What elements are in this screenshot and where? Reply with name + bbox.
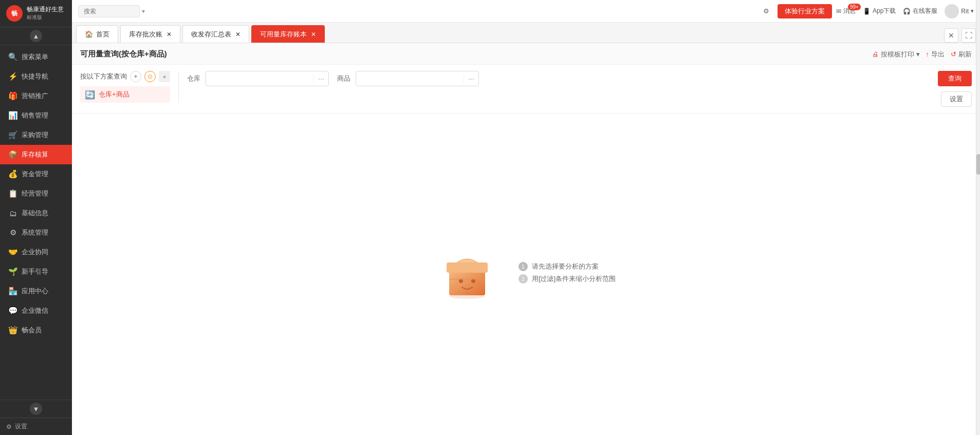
filter-field-product: 商品 ··· xyxy=(337,71,479,86)
page-title: 可用量查询(按仓库+商品) xyxy=(80,49,167,59)
tab-home[interactable]: 🏠 首页 xyxy=(76,25,118,43)
sidebar-item-marketing[interactable]: 🎁 营销推广 xyxy=(0,86,72,106)
refresh-btn[interactable]: ↺ 刷新 xyxy=(951,50,972,59)
svg-rect-3 xyxy=(447,262,488,273)
filter-scheme-panel: 按以下方案查询 + ⊙ « 🔄 仓库+商品 xyxy=(80,71,179,103)
scrollbar-thumb[interactable] xyxy=(976,154,980,175)
message-icon: ✉ xyxy=(836,8,841,15)
warehouse-input[interactable] xyxy=(206,71,313,86)
sidebar-item-shortcut[interactable]: ⚡ 快捷导航 xyxy=(0,67,72,86)
export-label: 导出 xyxy=(931,50,945,59)
crown-icon: 👑 xyxy=(8,326,17,335)
chat-icon: 💬 xyxy=(8,306,17,315)
sidebar-item-label: 应用中心 xyxy=(22,287,48,296)
sidebar-item-label: 新手引导 xyxy=(22,267,48,276)
product-suffix-btn[interactable]: ··· xyxy=(464,74,478,83)
message-btn[interactable]: ✉ 消息 99+ xyxy=(836,7,856,15)
sidebar-item-member[interactable]: 👑 畅会员 xyxy=(0,320,72,340)
print-chevron-icon: ▾ xyxy=(916,50,920,58)
sidebar-footer-settings[interactable]: ⚙ 设置 xyxy=(0,418,72,435)
print-label: 按模板打印 xyxy=(881,50,914,59)
sidebar-item-inventory[interactable]: 📦 库存核算 xyxy=(0,145,72,164)
svg-rect-2 xyxy=(449,271,485,295)
warehouse-input-wrapper: ··· xyxy=(206,71,329,86)
sidebar-item-cooperation[interactable]: 🤝 企业协同 xyxy=(0,242,72,262)
tab-available-ledger-close[interactable]: ✕ xyxy=(311,31,316,38)
page-header: 可用量查询(按仓库+商品) 🖨 按模板打印 ▾ ↑ 导出 ↺ 刷新 xyxy=(72,43,980,65)
cart-icon: 🛒 xyxy=(8,130,17,140)
online-service-btn[interactable]: 🎧 在线客服 xyxy=(903,7,937,15)
handshake-icon: 🤝 xyxy=(8,248,17,257)
trial-industry-button[interactable]: 体验行业方案 xyxy=(778,4,832,18)
avatar xyxy=(945,4,959,18)
sidebar-logo: 畅 xyxy=(6,5,23,22)
sidebar-item-label: 快捷导航 xyxy=(22,72,48,81)
sidebar-item-newbie[interactable]: 🌱 新手引导 xyxy=(0,262,72,281)
sidebar-item-search[interactable]: 🔍 搜索菜单 xyxy=(0,47,72,67)
empty-hint-1: 1 请先选择要分析的方案 xyxy=(519,262,616,271)
flash-icon: ⚡ xyxy=(8,72,17,81)
topbar-search-input[interactable] xyxy=(78,5,140,17)
sidebar-header: 畅 畅康通好生意 标准版 xyxy=(0,0,72,27)
money-icon: 💰 xyxy=(8,169,17,179)
sidebar-scroll-up[interactable]: ▲ xyxy=(30,30,42,42)
tab-receipt-summary-close[interactable]: ✕ xyxy=(235,31,241,38)
tab-batch-accounts[interactable]: 库存批次账 ✕ xyxy=(120,25,180,43)
page-scrollbar[interactable] xyxy=(976,0,980,435)
sidebar-item-label: 营销推广 xyxy=(22,91,48,101)
product-input[interactable] xyxy=(356,71,464,86)
sidebar-item-sales[interactable]: 📊 销售管理 xyxy=(0,106,72,125)
user-name: Rit xyxy=(961,8,969,15)
topbar-gear-btn[interactable]: ⚙ xyxy=(759,4,773,18)
app-label: App下载 xyxy=(873,7,896,15)
tab-maximize-btn[interactable]: ⛶ xyxy=(961,28,976,43)
sidebar-item-operations[interactable]: 📋 经营管理 xyxy=(0,184,72,203)
sidebar-item-finance[interactable]: 💰 资金管理 xyxy=(0,164,72,184)
query-button[interactable]: 查询 xyxy=(938,71,972,86)
headset-icon: 🎧 xyxy=(903,8,911,15)
sidebar-item-label: 基础信息 xyxy=(22,209,48,218)
sidebar-item-label: 企业协同 xyxy=(22,248,48,257)
gear-icon: ⚙ xyxy=(763,7,769,15)
sidebar-item-label: 畅会员 xyxy=(22,326,42,335)
print-icon: 🖨 xyxy=(872,50,879,58)
add-scheme-btn[interactable]: + xyxy=(130,71,141,82)
tab-available-ledger-label: 可用量库存账本 xyxy=(260,30,307,39)
collapse-scheme-btn[interactable]: « xyxy=(159,71,170,82)
sidebar-item-basics[interactable]: 🗂 基础信息 xyxy=(0,203,72,223)
store-icon: 🏪 xyxy=(8,287,17,296)
settings-scheme-btn[interactable]: ⊙ xyxy=(144,71,156,82)
sidebar-item-wechat[interactable]: 💬 企业微信 xyxy=(0,301,72,320)
refresh-label: 刷新 xyxy=(958,50,972,59)
app-download-btn[interactable]: 📱 App下载 xyxy=(863,7,896,15)
home-icon: 🏠 xyxy=(85,30,93,38)
folder-icon: 🗂 xyxy=(8,209,17,218)
page-content: 可用量查询(按仓库+商品) 🖨 按模板打印 ▾ ↑ 导出 ↺ 刷新 xyxy=(72,43,980,435)
sidebar-item-label: 企业微信 xyxy=(22,306,48,315)
warehouse-suffix-btn[interactable]: ··· xyxy=(313,74,328,83)
tab-close-all-btn[interactable]: ✕ xyxy=(944,28,958,43)
message-badge: 99+ xyxy=(848,4,861,10)
sidebar-edition: 标准版 xyxy=(27,14,64,21)
tab-available-ledger[interactable]: 可用量库存账本 ✕ xyxy=(251,25,325,43)
user-profile-btn[interactable]: Rit ▾ xyxy=(945,4,974,18)
filter-action-col: 查询 设置 xyxy=(938,71,972,107)
scheme-item-warehouse-product[interactable]: 🔄 仓库+商品 xyxy=(80,86,170,103)
sprout-icon: 🌱 xyxy=(8,267,17,276)
print-template-btn[interactable]: 🖨 按模板打印 ▾ xyxy=(872,50,920,59)
tab-batch-accounts-close[interactable]: ✕ xyxy=(167,31,172,38)
tab-receipt-summary[interactable]: 收发存汇总表 ✕ xyxy=(182,25,249,43)
chevron-down-icon: ▾ xyxy=(142,8,145,15)
settings-icon: ⚙ xyxy=(6,423,12,430)
sidebar-item-appstore[interactable]: 🏪 应用中心 xyxy=(0,281,72,301)
sidebar-item-purchase[interactable]: 🛒 采购管理 xyxy=(0,125,72,145)
export-icon: ↑ xyxy=(926,50,930,58)
sidebar-item-system[interactable]: ⚙ 系统管理 xyxy=(0,223,72,242)
refresh-icon: ↺ xyxy=(951,50,956,58)
export-btn[interactable]: ↑ 导出 xyxy=(926,50,945,59)
empty-text: 1 请先选择要分析的方案 2 用[过滤]条件来缩小分析范围 xyxy=(519,262,616,287)
clipboard-icon: 📋 xyxy=(8,189,17,198)
settings-button[interactable]: 设置 xyxy=(941,91,972,107)
sidebar-scroll-down[interactable]: ▼ xyxy=(30,403,42,415)
product-input-wrapper: ··· xyxy=(356,71,479,86)
